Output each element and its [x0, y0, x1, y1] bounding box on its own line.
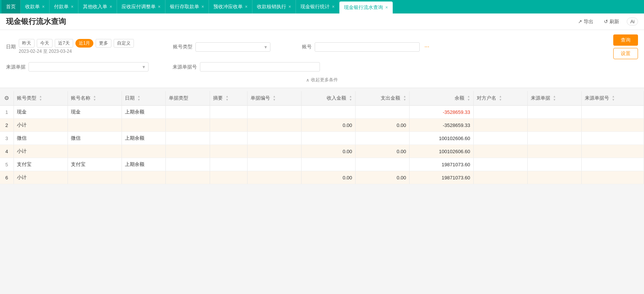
table-row[interactable]: 2 小计 0.00 0.00 -3528659.33 [0, 119, 644, 132]
table-row[interactable]: 4 小计 0.00 0.00 100102606.60 [0, 145, 644, 158]
ai-button[interactable]: Ai [627, 18, 638, 25]
th-expense[interactable]: 支出金额 ▲ ▼ [355, 91, 409, 106]
close-icon[interactable]: × [385, 5, 388, 10]
cell-balance: 100102606.60 [409, 132, 473, 145]
filter-row-2: 来源单据 ▾ 来源单据号 [6, 62, 638, 72]
date-range-display: 2023-02-24 至 2023-03-24 [19, 48, 134, 55]
cell-account-name: 微信 [68, 132, 122, 145]
cell-source-doc-num [581, 145, 644, 158]
sort-icon: ▲ ▼ [553, 95, 556, 101]
cell-income [301, 132, 355, 145]
cell-date: 上期余额 [122, 158, 166, 171]
nav-item-bank-deposit[interactable]: 银行存取款单 × [165, 0, 209, 13]
nav-item-receipts[interactable]: 收款单 × [21, 0, 50, 13]
th-balance[interactable]: 余额 ▲ ▼ [409, 91, 473, 106]
table-row[interactable]: 6 小计 0.00 0.00 19871073.60 [0, 171, 644, 184]
cell-income: 0.00 [301, 119, 355, 132]
date-btn-today[interactable]: 今天 [37, 39, 53, 48]
th-doc-number[interactable]: 单据编号 ▲ ▼ [247, 91, 301, 106]
nav-item-payments[interactable]: 付款单 × [50, 0, 78, 13]
nav-item-writeoff[interactable]: 收款核销执行 × [252, 0, 296, 13]
th-account-name[interactable]: 账号名称 ▲ ▼ [68, 91, 122, 106]
settings-button[interactable]: 设置 [613, 48, 638, 59]
close-icon[interactable]: × [332, 4, 335, 9]
cell-date [122, 119, 166, 132]
date-btn-custom[interactable]: 自定义 [114, 39, 134, 48]
th-source-doc-num[interactable]: 来源单据号 ▲ ▼ [581, 91, 644, 106]
ellipsis-icon[interactable]: ··· [423, 43, 431, 50]
cell-source-doc [527, 119, 581, 132]
close-icon[interactable]: × [158, 4, 161, 9]
sort-icon: ▲ ▼ [137, 95, 140, 101]
date-option-buttons: 昨天 今天 近7天 近1月 更多 自定义 [19, 39, 134, 48]
cell-doc-type [166, 119, 210, 132]
cell-source-doc-num [581, 158, 644, 171]
close-icon[interactable]: × [42, 4, 45, 9]
nav-item-prepay[interactable]: 预收冲应收单 × [209, 0, 252, 13]
table-body: 1 现金 现金 上期余额 -3528659.33 2 小计 0.00 0.00 … [0, 106, 644, 184]
cell-account-name: 支付宝 [68, 158, 122, 171]
cell-summary [210, 158, 247, 171]
nav-item-other-income[interactable]: 其他收入单 × [78, 0, 117, 13]
account-input[interactable] [315, 42, 420, 52]
close-icon[interactable]: × [245, 4, 248, 9]
cell-income [301, 106, 355, 119]
source-doc-num-input[interactable] [200, 62, 320, 72]
nav-item-home[interactable]: 首页 [2, 0, 21, 13]
cell-expense [355, 132, 409, 145]
nav-item-bank-flow[interactable]: 现金银行流水查询 × [339, 1, 393, 13]
close-icon[interactable]: × [71, 4, 74, 9]
close-icon[interactable]: × [201, 4, 204, 9]
sort-icon: ▲ ▼ [403, 95, 406, 101]
cell-expense: 0.00 [355, 145, 409, 158]
account-type-select[interactable]: ▾ [195, 42, 270, 52]
cell-expense: 0.00 [355, 171, 409, 184]
close-icon[interactable]: × [288, 4, 291, 9]
row-number: 6 [0, 171, 14, 184]
th-counterpart[interactable]: 对方户名 ▲ ▼ [473, 91, 527, 106]
date-btn-1month[interactable]: 近1月 [75, 39, 94, 48]
date-btn-more[interactable]: 更多 [96, 39, 111, 48]
cell-balance: -3528659.33 [409, 119, 473, 132]
refresh-icon: ↺ [604, 19, 608, 24]
table-header: ⚙ 账号类型 ▲ ▼ 账号名称 ▲ ▼ 日期 [0, 91, 644, 106]
collapse-bar[interactable]: ∧ 收起更多条件 [6, 75, 638, 83]
table-row[interactable]: 1 现金 现金 上期余额 -3528659.33 [0, 106, 644, 119]
th-source-doc[interactable]: 来源单据 ▲ ▼ [527, 91, 581, 106]
table-row[interactable]: 3 微信 微信 上期余额 100102606.60 [0, 132, 644, 145]
export-button[interactable]: ↗ 导出 [575, 17, 596, 27]
date-btn-7days[interactable]: 近7天 [55, 39, 73, 48]
cell-date [122, 171, 166, 184]
cell-doc-type [166, 158, 210, 171]
cell-counterpart [473, 106, 527, 119]
chevron-down-icon: ▾ [143, 64, 145, 70]
page-title: 现金银行流水查询 [6, 16, 66, 27]
row-number: 4 [0, 145, 14, 158]
filter-area: 日期 昨天 今天 近7天 近1月 更多 自定义 2023-02-24 至 202… [0, 30, 644, 88]
table-row[interactable]: 5 支付宝 支付宝 上期余额 19871073.60 [0, 158, 644, 171]
cell-summary [210, 132, 247, 145]
th-date[interactable]: 日期 ▲ ▼ [122, 91, 166, 106]
source-doc-filter: 来源单据 ▾ [6, 62, 149, 72]
filter-row-1: 日期 昨天 今天 近7天 近1月 更多 自定义 2023-02-24 至 202… [6, 34, 638, 59]
nav-item-bank-stats[interactable]: 现金银行统计 × [296, 0, 339, 13]
query-button[interactable]: 查询 [613, 34, 638, 46]
th-account-type[interactable]: 账号类型 ▲ ▼ [14, 91, 68, 106]
gear-icon[interactable]: ⚙ [4, 95, 9, 101]
th-summary[interactable]: 摘要 ▲ ▼ [210, 91, 247, 106]
close-icon[interactable]: × [110, 4, 112, 9]
refresh-button[interactable]: ↺ 刷新 [601, 17, 622, 27]
cell-summary [210, 145, 247, 158]
th-income[interactable]: 收入金额 ▲ ▼ [301, 91, 355, 106]
nav-item-ap-adjustment[interactable]: 应收应付调整单 × [117, 0, 165, 13]
cell-account-type: 支付宝 [14, 158, 68, 171]
source-doc-num-filter: 来源单据号 [173, 62, 320, 72]
chevron-down-icon: ▾ [264, 44, 267, 50]
cell-account-type: 微信 [14, 132, 68, 145]
cell-income: 0.00 [301, 171, 355, 184]
cell-source-doc-num [581, 119, 644, 132]
cell-doc-number [247, 145, 301, 158]
source-doc-select[interactable]: ▾ [29, 62, 149, 72]
cell-account-type: 现金 [14, 106, 68, 119]
date-btn-yesterday[interactable]: 昨天 [19, 39, 35, 48]
